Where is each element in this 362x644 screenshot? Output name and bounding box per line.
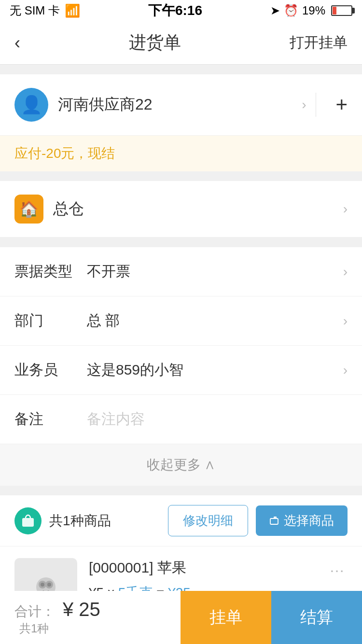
alarm-icon: ⏰ <box>284 4 298 17</box>
invoice-row[interactable]: 票据类型 不开票 › <box>0 247 362 296</box>
status-bar: 无 SIM 卡 📶 下午6:16 ➤ ⏰ 19% <box>0 0 362 21</box>
remark-label: 备注 <box>14 409 77 429</box>
gap-4 <box>0 486 362 495</box>
settle-button[interactable]: 结算 <box>271 591 362 644</box>
dept-row[interactable]: 部门 总 部 › <box>0 296 362 346</box>
gap-1 <box>0 65 362 74</box>
svg-rect-4 <box>274 517 277 518</box>
supplier-avatar: 👤 <box>14 88 48 122</box>
form-card: 票据类型 不开票 › 部门 总 部 › 业务员 这是859的小智 › 备注 备注… <box>0 247 362 444</box>
total-label: 合计： <box>14 602 55 621</box>
dept-label: 部门 <box>14 311 77 331</box>
sales-value: 这是859的小智 <box>87 360 343 380</box>
gap-3 <box>0 238 362 247</box>
hang-order-button[interactable]: 挂单 <box>181 591 271 644</box>
footer-actions: 挂单 结算 <box>181 591 362 644</box>
select-product-button[interactable]: 选择商品 <box>256 505 348 536</box>
collapse-label: 收起更多 ∧ <box>147 456 216 474</box>
invoice-label: 票据类型 <box>14 262 77 281</box>
footer-total-area: 合计： ¥ 25 共1种 <box>0 591 181 644</box>
status-left: 无 SIM 卡 📶 <box>10 3 80 18</box>
wifi-icon: 📶 <box>65 3 80 18</box>
location-icon: ➤ <box>270 4 280 17</box>
product-code: [0000001] <box>89 560 153 575</box>
svg-rect-0 <box>22 518 34 527</box>
dept-chevron-icon: › <box>343 313 348 329</box>
battery-icon <box>331 5 352 16</box>
svg-point-8 <box>41 583 44 587</box>
supplier-card: 👤 河南供应商22 › + 应付-20元，现结 <box>0 74 362 171</box>
supplier-name: 河南供应商22 <box>58 94 302 115</box>
warehouse-card: 🏠 总仓 › <box>0 181 362 238</box>
remark-row[interactable]: 备注 备注内容 <box>0 395 362 444</box>
warehouse-chevron-icon: › <box>343 201 348 217</box>
supplier-chevron-icon: › <box>302 97 306 112</box>
product-count: 共1种商品 <box>49 512 168 530</box>
sales-chevron-icon: › <box>343 363 348 378</box>
open-pending-button[interactable]: 打开挂单 <box>290 33 348 53</box>
supplier-row[interactable]: 👤 河南供应商22 › + <box>0 74 362 136</box>
product-name: [0000001] 苹果 <box>89 558 326 578</box>
total-count: 共1种 <box>19 621 181 636</box>
back-button[interactable]: ‹ <box>14 33 20 53</box>
product-title: 苹果 <box>157 560 186 575</box>
invoice-value: 不开票 <box>87 262 343 281</box>
avatar-icon: 👤 <box>21 95 42 115</box>
info-banner: 应付-20元，现结 <box>0 136 362 171</box>
warehouse-icon: 🏠 <box>14 195 43 224</box>
product-header: 共1种商品 修改明细 选择商品 <box>0 495 362 546</box>
battery-fill <box>333 7 336 14</box>
sales-row[interactable]: 业务员 这是859的小智 › <box>0 346 362 395</box>
gap-2 <box>0 171 362 181</box>
edit-detail-button[interactable]: 修改明细 <box>168 505 248 536</box>
warehouse-icon-symbol: 🏠 <box>19 200 39 218</box>
carrier-text: 无 SIM 卡 <box>10 3 60 18</box>
supplier-divider <box>316 93 316 117</box>
svg-rect-1 <box>270 518 278 524</box>
bag-icon <box>20 513 36 529</box>
product-more-button[interactable]: … <box>326 558 348 576</box>
footer-bar: 合计： ¥ 25 共1种 挂单 结算 <box>0 591 362 644</box>
product-header-icon <box>14 507 42 534</box>
add-supplier-button[interactable]: + <box>335 93 348 116</box>
dept-value: 总 部 <box>87 311 343 331</box>
remark-input[interactable]: 备注内容 <box>87 409 348 429</box>
battery-percent: 19% <box>302 4 325 17</box>
warehouse-row[interactable]: 🏠 总仓 › <box>0 181 362 238</box>
collapse-button[interactable]: 收起更多 ∧ <box>0 444 362 486</box>
footer-total-row: 合计： ¥ 25 <box>14 599 181 621</box>
sales-label: 业务员 <box>14 360 77 380</box>
svg-point-9 <box>47 583 51 587</box>
select-product-label: 选择商品 <box>284 512 334 529</box>
cart-icon <box>269 516 280 526</box>
invoice-chevron-icon: › <box>343 264 348 280</box>
warehouse-name: 总仓 <box>53 198 343 220</box>
status-right: ➤ ⏰ 19% <box>270 4 352 17</box>
page-title: 进货单 <box>129 31 181 55</box>
total-amount: ¥ 25 <box>63 599 100 620</box>
status-time: 下午6:16 <box>148 1 202 20</box>
nav-bar: ‹ 进货单 打开挂单 <box>0 21 362 65</box>
